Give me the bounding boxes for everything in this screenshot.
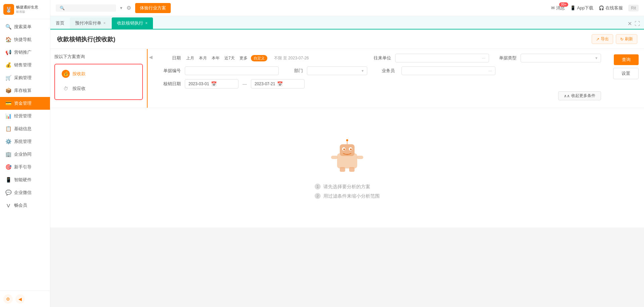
sidebar-item-purchase[interactable]: 🛒 采购管理 xyxy=(0,71,50,84)
settings-icon[interactable]: ⚙ xyxy=(3,294,13,304)
system-icon: ⚙️ xyxy=(5,139,11,145)
svg-rect-8 xyxy=(331,156,338,159)
svg-point-7 xyxy=(346,139,348,141)
department-select[interactable]: ▾ xyxy=(307,66,367,75)
collapse-panel-btn[interactable]: ◀ xyxy=(148,49,154,108)
expand-tab-icon[interactable]: ⛶ xyxy=(635,21,640,27)
filter-option-by-receipt[interactable]: 💰 按收款 xyxy=(58,67,140,81)
marketing-icon: 📢 xyxy=(5,49,11,55)
filter-options-box: 💰 按收款 ⏱ 按应收 xyxy=(54,64,143,100)
sidebar-item-hardware[interactable]: 📱 智能硬件 xyxy=(0,173,50,186)
tab-close-prepay[interactable]: × xyxy=(103,21,106,25)
finance-icon: 💳 xyxy=(5,100,11,106)
sidebar-bottom: ⚙ ◀ xyxy=(0,291,50,307)
tabs-actions: ✕ ⛶ xyxy=(624,20,644,29)
verify-date-end[interactable]: 2023-07-21 📅 xyxy=(251,79,305,89)
date-last-month[interactable]: 上月 xyxy=(185,55,196,62)
receipt-icon: 💰 xyxy=(62,70,70,78)
cal-start-icon[interactable]: 📅 xyxy=(211,81,217,87)
empty-illustration xyxy=(327,135,367,175)
user-info[interactable]: Rit xyxy=(628,5,639,11)
tab-close-receivable[interactable]: × xyxy=(145,21,148,25)
sidebar-item-basic[interactable]: 📋 基础信息 xyxy=(0,122,50,135)
filter-rows: 日期 上月 本月 本年 近7天 更多 自定义 不限 至 2023-07-26 xyxy=(161,54,601,89)
sidebar-item-member[interactable]: V 畅会员 xyxy=(0,199,50,212)
department-label: 部门 xyxy=(289,68,303,74)
app-download-btn[interactable]: 📱 App下载 xyxy=(570,5,593,11)
sidebar-item-guide[interactable]: 🎯 新手引导 xyxy=(0,161,50,173)
search-icon: 🔍 xyxy=(5,24,11,30)
content-header: 收款核销执行(按收款) ↗ 导出 ↻ 刷新 xyxy=(50,30,644,49)
svg-point-4 xyxy=(343,149,345,150)
query-btn[interactable]: 查询 xyxy=(614,54,639,65)
topbar-search[interactable]: 🔍 xyxy=(56,4,116,12)
sidebar-item-inventory[interactable]: 📦 库存核算 xyxy=(0,84,50,97)
chevron-up-icon: ∧∧ xyxy=(564,94,570,98)
refresh-btn[interactable]: ↻ 刷新 xyxy=(616,34,637,44)
hint-item-1: 1 请先选择要分析的方案 xyxy=(315,182,380,191)
service-btn[interactable]: 🎧 在线客服 xyxy=(599,5,623,11)
sidebar-item-quick-nav[interactable]: 🏠 快捷导航 xyxy=(0,33,50,46)
doc-type-select[interactable]: ▾ xyxy=(521,54,601,62)
tab-home[interactable]: 首页 xyxy=(50,17,70,29)
filter-row-3: 核销日期 2023-03-01 📅 — 2023-07-21 📅 xyxy=(161,79,601,89)
service-icon: 🎧 xyxy=(599,5,604,10)
filter-right-panel: 日期 上月 本月 本年 近7天 更多 自定义 不限 至 2023-07-26 xyxy=(154,49,608,108)
sidebar-item-search[interactable]: 🔍 搜索菜单 xyxy=(0,20,50,33)
close-tab-icon[interactable]: ✕ xyxy=(628,20,632,27)
header-actions: ↗ 导出 ↻ 刷新 xyxy=(592,34,637,49)
filter-option-by-receivable[interactable]: ⏱ 按应收 xyxy=(58,82,140,95)
sidebar-logo: 🐰 畅捷通好生意 标准版 xyxy=(0,0,50,19)
app-icon: 📱 xyxy=(570,5,576,10)
partner-input[interactable]: ··· xyxy=(395,54,489,62)
message-badge: 99+ xyxy=(559,2,568,7)
date-more[interactable]: 更多 xyxy=(238,55,249,62)
industry-btn[interactable]: 体验行业方案 xyxy=(135,3,171,13)
wechat-icon: 💬 xyxy=(5,190,11,196)
refresh-icon: ↻ xyxy=(620,37,624,42)
message-icon: ✉ xyxy=(551,5,555,10)
verify-date-start[interactable]: 2023-03-01 📅 xyxy=(185,79,238,89)
filter-area: 按以下方案查询 💰 按收款 ⏱ 按应收 ◀ xyxy=(50,49,644,108)
query-actions: 查询 设置 xyxy=(608,49,644,108)
date-this-month[interactable]: 本月 xyxy=(198,55,208,62)
filter-panel-title: 按以下方案查询 xyxy=(54,54,143,60)
topbar-dropdown-arrow[interactable]: ▾ xyxy=(120,5,122,10)
message-btn[interactable]: ✉ 消息 99+ xyxy=(551,5,565,11)
cal-end-icon[interactable]: 📅 xyxy=(277,81,283,87)
date-custom[interactable]: 自定义 xyxy=(251,55,267,61)
hint-num-2: 2 xyxy=(315,193,321,199)
filter-section: 按以下方案查询 💰 按收款 ⏱ 按应收 ◀ xyxy=(50,49,644,108)
export-icon: ↗ xyxy=(596,37,599,42)
doc-no-input[interactable] xyxy=(185,66,279,75)
sidebar-item-sales[interactable]: 💰 销售管理 xyxy=(0,59,50,71)
hint-item-2: 2 用过滤条件来缩小分析范围 xyxy=(315,191,380,201)
logo-text: 畅捷通好生意 标准版 xyxy=(16,5,38,14)
export-btn[interactable]: ↗ 导出 xyxy=(592,34,613,44)
topbar: 🔍 ▾ ⚙ 体验行业方案 ✉ 消息 99+ 📱 App下载 🎧 在线客服 Rit xyxy=(50,0,644,16)
date-unlimited: 不限 至 2023-07-26 xyxy=(274,55,364,61)
empty-state: 1 请先选择要分析的方案 2 用过滤条件来缩小分析范围 xyxy=(50,108,644,227)
sidebar-item-system[interactable]: ⚙️ 系统管理 xyxy=(0,135,50,148)
topbar-gear-icon[interactable]: ⚙ xyxy=(126,5,131,11)
sidebar-item-wechat[interactable]: 💬 企业微信 xyxy=(0,186,50,199)
sidebar-menu: 🔍 搜索菜单 🏠 快捷导航 📢 营销推广 💰 销售管理 🛒 采购管理 📦 库存核… xyxy=(0,19,50,291)
tab-receivable[interactable]: 收款核销执行 × xyxy=(112,17,153,29)
verify-date-label: 核销日期 xyxy=(161,81,181,87)
sidebar-item-enterprise[interactable]: 🏢 企业协同 xyxy=(0,148,50,161)
sales-icon: 💰 xyxy=(5,62,11,68)
date-last-7-days[interactable]: 近7天 xyxy=(223,55,236,62)
date-this-year[interactable]: 本年 xyxy=(210,55,221,62)
salesperson-input[interactable]: ··· xyxy=(401,66,495,75)
page-title: 收款核销执行(按收款) xyxy=(57,35,115,48)
date-label: 日期 xyxy=(161,55,181,61)
topbar-search-icon: 🔍 xyxy=(60,6,65,10)
svg-rect-10 xyxy=(340,167,345,172)
collapse-more-btn[interactable]: ∧∧ 收起更多条件 xyxy=(558,91,601,100)
set-btn[interactable]: 设置 xyxy=(613,68,639,79)
sidebar-item-finance[interactable]: 💳 资金管理 xyxy=(0,97,50,110)
collapse-sidebar-icon[interactable]: ◀ xyxy=(15,294,25,304)
sidebar-item-marketing[interactable]: 📢 营销推广 xyxy=(0,46,50,59)
tab-prepay[interactable]: 预付冲应付单 × xyxy=(70,17,111,29)
sidebar-item-operation[interactable]: 📊 经营管理 xyxy=(0,110,50,122)
